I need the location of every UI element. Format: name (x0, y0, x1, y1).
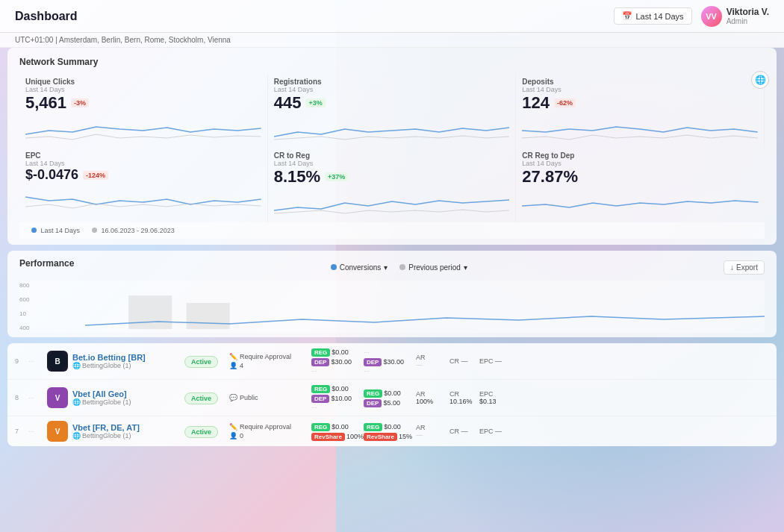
reg-chart (274, 116, 510, 145)
cr-0: CR — (449, 357, 479, 365)
download-icon: ↓ (730, 263, 734, 272)
cr-reg-chart (274, 190, 510, 219)
legend-dot-1 (31, 228, 37, 233)
cr-1: CR 10.16% (449, 390, 479, 405)
timezone-bar: UTC+01:00 | Amsterdam, Berlin, Bern, Rom… (0, 33, 784, 48)
user-profile[interactable]: VV Viktoria V. Admin (701, 6, 769, 27)
reg-value: 445 (274, 93, 302, 113)
table-row: 9 ··· B Bet.io Betting [BR] 🌐 BettingGlo… (7, 343, 777, 380)
reg-badge: +3% (305, 98, 325, 107)
header-left: Dashboard (15, 10, 78, 23)
performance-chart: 800 600 10 400 (19, 281, 765, 333)
epc-badge: -124% (83, 171, 108, 180)
reg1-2: REG$0.00 RevShare100% (311, 422, 364, 440)
user-role: Admin (727, 17, 769, 25)
brand-name-2: Vbet [FR, DE, AT] 🌐 BettingGlobe (1) (72, 423, 184, 439)
reg1-0: REG$0.00 DEP$30.00 ··· (311, 348, 364, 375)
dep1-2: REG$0.00 RevShare15% (364, 422, 416, 440)
svg-rect-0 (128, 295, 172, 329)
header: Dashboard 🌐 📅 Last 14 Days VV Viktoria V… (0, 0, 784, 33)
svg-rect-1 (187, 303, 230, 329)
page-title: Dashboard (15, 10, 78, 23)
row-num-1: 8 (15, 394, 28, 401)
epc-value: $-0.0476 (25, 167, 78, 183)
brand-name-1: Vbet [All Geo] 🌐 BettingGlobe (1) (72, 389, 184, 406)
y-axis-labels: 800 600 10 400 (19, 281, 29, 333)
brand-logo-2: V (47, 421, 72, 442)
export-button[interactable]: ↓ Export (724, 260, 765, 275)
chevron-down-icon: ▾ (384, 263, 388, 272)
metric-deposits: Deposits Last 14 Days 124 -62% (516, 75, 765, 148)
network-summary: Network Summary Unique Clicks Last 14 Da… (7, 48, 777, 245)
clicks-chart (25, 116, 261, 145)
metric-unique-clicks: Unique Clicks Last 14 Days 5,461 -3% (19, 75, 268, 148)
ar-1: AR 100% (416, 390, 449, 405)
clicks-badge: -3% (71, 98, 89, 107)
legend-item-1: Last 14 Days (31, 227, 80, 234)
epc-0: EPC — (479, 357, 520, 365)
brand-logo-1: V (47, 387, 72, 408)
cr-dep-chart (522, 190, 759, 219)
approval-2: ✏️ Require Approval 👤 0 (229, 423, 311, 439)
date-filter-label: Last 14 Days (635, 12, 683, 21)
conversions-filter[interactable]: Conversions ▾ (328, 262, 391, 273)
metric-registrations: Registrations Last 14 Days 445 +3% (268, 75, 517, 148)
epc-chart (25, 186, 261, 216)
epc-1: EPC $0.13 (479, 390, 520, 405)
chevron-down-icon-2: ▾ (464, 263, 467, 272)
chart-legend: Last 14 Days 16.06.2023 - 29.06.2023 (19, 222, 765, 239)
performance-title: Performance (19, 258, 74, 269)
row-num: 9 (15, 357, 28, 365)
legend-item-2: 16.06.2023 - 29.06.2023 (92, 227, 175, 234)
brand-logo-0: B (47, 351, 72, 372)
svg-text:V: V (55, 428, 60, 436)
status-badge-1: Active (184, 394, 229, 402)
legend-dot-2 (92, 228, 97, 233)
ar-2: AR — (416, 424, 449, 439)
table-section: 9 ··· B Bet.io Betting [BR] 🌐 BettingGlo… (7, 343, 777, 446)
calendar-icon: 📅 (622, 11, 632, 21)
svg-text:V: V (55, 394, 60, 402)
metrics-grid: Unique Clicks Last 14 Days 5,461 -3% Reg… (19, 75, 765, 222)
svg-text:B: B (55, 357, 60, 366)
dep1-1: REG$0.00 DEP$5.00 (364, 389, 416, 407)
prev-dot (399, 264, 405, 270)
clicks-value: 5,461 (25, 93, 66, 113)
prev-period-filter[interactable]: Previous period ▾ (396, 262, 470, 273)
ar-0: AR — (416, 354, 449, 369)
status-badge-2: Active (184, 428, 229, 436)
cr-reg-badge: +37% (325, 172, 348, 181)
metric-cr-reg: CR to Reg Last 14 Days 8.15% +37% (268, 148, 517, 222)
dep1-0: ··· DEP$30.00 ··· (364, 348, 416, 375)
table-row: 7 ··· V Vbet [FR, DE, AT] 🌐 BettingGlobe… (7, 416, 777, 446)
user-info: Viktoria V. Admin (727, 7, 769, 25)
row-rank: ··· (28, 357, 47, 365)
status-badge-0: Active (184, 357, 229, 366)
perf-header: Performance Conversions ▾ Previous perio… (19, 258, 765, 276)
cr-2: CR — (449, 428, 479, 435)
perf-filters: Conversions ▾ Previous period ▾ (328, 262, 470, 273)
date-filter-button[interactable]: 📅 Last 14 Days (614, 7, 691, 25)
cr-dep-value: 27.87% (522, 167, 578, 187)
user-name: Viktoria V. (727, 7, 769, 17)
approval-1: 💬 Public (229, 394, 311, 401)
approval-0: ✏️ Require Approval 👤 4 (229, 353, 311, 369)
metric-epc: EPC Last 14 Days $-0.0476 -124% (19, 148, 268, 222)
brand-name-0: Bet.io Betting [BR] 🌐 BettingGlobe (1) (72, 353, 184, 369)
globe-icon[interactable]: 🌐 (751, 71, 769, 89)
dep-value: 124 (522, 93, 550, 113)
header-right: 🌐 📅 Last 14 Days VV Viktoria V. Admin (614, 6, 769, 27)
timezone-text: UTC+01:00 | Amsterdam, Berlin, Bern, Rom… (15, 36, 231, 44)
epc-2: EPC — (479, 428, 520, 435)
cr-reg-value: 8.15% (274, 167, 320, 187)
row-num-2: 7 (15, 428, 28, 435)
avatar: VV (701, 6, 722, 27)
dep-chart (522, 116, 758, 145)
conv-dot (331, 264, 337, 270)
network-summary-title: Network Summary (19, 57, 765, 67)
performance-section: Performance Conversions ▾ Previous perio… (7, 251, 777, 337)
dep-badge: -62% (554, 98, 576, 107)
table-row: 8 ··· V Vbet [All Geo] 🌐 BettingGlobe (1… (7, 380, 777, 416)
reg1-1: REG$0.00 DEP$10.00 ··· (311, 384, 364, 411)
metric-cr-dep: CR Reg to Dep Last 14 Days 27.87% (516, 148, 765, 222)
